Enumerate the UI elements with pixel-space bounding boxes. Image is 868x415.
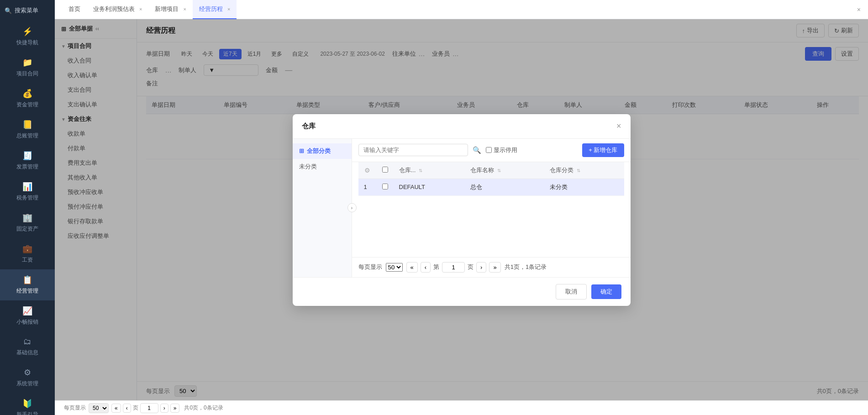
- search-icon: 🔍: [5, 7, 12, 14]
- modal-footer: 取消 确定: [293, 277, 631, 306]
- modal-last-page-btn[interactable]: »: [489, 262, 500, 273]
- tab-close-new-project[interactable]: ×: [183, 6, 186, 12]
- modal-table-row[interactable]: 1 DEFAULT 总仓 未分类: [358, 179, 624, 195]
- show-disabled-label: 显示停用: [494, 146, 517, 154]
- th-checkbox: [377, 162, 394, 179]
- th-gear: ⚙: [358, 162, 377, 179]
- modal-sidebar: ⊞ 全部分类 未分类: [293, 139, 352, 277]
- sidebar-item-base-info[interactable]: 🗂基础信息: [0, 331, 55, 362]
- th-code-label: 仓库...: [399, 167, 416, 173]
- warehouse-modal: 仓库 × ⊞ 全部分类 未分类: [293, 114, 631, 306]
- modal-collapse-btn[interactable]: ›: [347, 203, 357, 212]
- sidebar-label-payroll: 工资: [22, 256, 33, 264]
- status-next-btn[interactable]: ›: [160, 404, 168, 413]
- sidebar-label-quick-nav: 快捷导航: [16, 39, 38, 47]
- tab-profit-estimate[interactable]: 业务利润预估表×: [87, 0, 148, 19]
- sidebar-icon-payroll: 💼: [22, 244, 32, 254]
- sidebar-item-fund-mgmt[interactable]: 💰资金管理: [0, 83, 55, 114]
- sidebar-label-general-ledger: 总账管理: [16, 132, 38, 140]
- th-name-label: 仓库名称: [470, 167, 494, 173]
- add-warehouse-button[interactable]: + 新增仓库: [582, 143, 624, 157]
- sort-name-icon[interactable]: ⇅: [497, 168, 501, 173]
- modal-per-page-select[interactable]: 50: [386, 263, 403, 272]
- sidebar-item-general-ledger[interactable]: 📒总账管理: [0, 114, 55, 145]
- modal-search-input[interactable]: [358, 144, 468, 156]
- th-category: 仓库分类 ⇅: [544, 162, 624, 179]
- tab-label-new-project: 新增项目: [155, 5, 179, 13]
- status-per-page-select[interactable]: 50: [89, 403, 109, 413]
- tab-label-profit-estimate: 业务利润预估表: [93, 5, 135, 13]
- sidebar-icon-project-contract: 📁: [22, 58, 32, 68]
- tab-home[interactable]: 首页: [62, 0, 87, 19]
- sidebar-label-fixed-assets: 固定资产: [16, 225, 38, 233]
- modal-bottom: 每页显示 50 « ‹ 第 页 › »: [352, 257, 631, 277]
- sidebar-label-tax-mgmt: 税务管理: [16, 194, 38, 202]
- sort-code-icon[interactable]: ⇅: [419, 168, 422, 173]
- tab-new-project[interactable]: 新增项目×: [148, 0, 192, 19]
- sidebar-search[interactable]: 🔍 搜索菜单: [0, 0, 55, 21]
- row-num: 1: [358, 179, 377, 195]
- sidebar-item-project-contract[interactable]: 📁项目合同: [0, 52, 55, 83]
- sidebar-label-base-info: 基础信息: [16, 349, 38, 357]
- sidebar-item-tax-mgmt[interactable]: 📊税务管理: [0, 176, 55, 207]
- modal-close-button[interactable]: ×: [616, 121, 621, 131]
- modal-search-button[interactable]: 🔍: [473, 146, 481, 154]
- modal-prev-page-btn[interactable]: ‹: [421, 262, 431, 273]
- sidebar-item-payroll[interactable]: 💼工资: [0, 238, 55, 269]
- sidebar-item-ops-mgmt[interactable]: 📋经营管理: [0, 269, 55, 300]
- row-checkbox[interactable]: [382, 184, 388, 189]
- sidebar-item-fixed-assets[interactable]: 🏢固定资产: [0, 207, 55, 238]
- status-page-input[interactable]: [140, 403, 158, 413]
- sidebar-item-sales[interactable]: 📈小畅报销: [0, 300, 55, 331]
- modal-page-label: 第: [433, 263, 439, 271]
- sidebar-item-quick-nav[interactable]: ⚡快捷导航: [0, 21, 55, 52]
- modal-body: ⊞ 全部分类 未分类 ›: [293, 139, 631, 277]
- tab-close-all-icon[interactable]: ×: [857, 6, 861, 13]
- modal-per-page-label: 每页显示: [358, 263, 382, 271]
- sidebar-icon-base-info: 🗂: [23, 337, 32, 347]
- modal-sidebar-scroll: 未分类: [293, 159, 352, 174]
- status-bar: 每页显示 50 « ‹ 页 › » 共0页，0条记录: [55, 400, 868, 415]
- sidebar-item-new-guide[interactable]: 🔰新手引导: [0, 393, 55, 415]
- tab-close-profit-estimate[interactable]: ×: [139, 6, 142, 12]
- modal-confirm-button[interactable]: 确定: [591, 284, 621, 299]
- status-first-btn[interactable]: «: [111, 404, 121, 413]
- modal-next-page-btn[interactable]: ›: [476, 262, 486, 273]
- status-prev-btn[interactable]: ‹: [123, 404, 131, 413]
- row-checkbox-cell: [377, 179, 394, 195]
- sidebar-label-new-guide: 新手引导: [16, 411, 38, 415]
- sidebar-icon-fixed-assets: 🏢: [22, 213, 32, 223]
- sort-category-icon[interactable]: ⇅: [577, 168, 580, 173]
- modal-cancel-button[interactable]: 取消: [556, 284, 587, 299]
- sidebar-item-invoice-mgmt[interactable]: 🧾发票管理: [0, 145, 55, 176]
- gear-col-icon[interactable]: ⚙: [364, 167, 370, 174]
- modal-page-unit: 页: [468, 263, 473, 271]
- sidebar-icon-tax-mgmt: 📊: [22, 182, 32, 192]
- content-area: ⊞ 全部单据 ‹‹ ▼项目合同收入合同收入确认单支出合同支出确认单▼资金往来收款…: [55, 19, 868, 400]
- tab-close-ops-history[interactable]: ×: [227, 6, 230, 12]
- row-name: 总仓: [465, 179, 544, 195]
- sidebar-item-sys-mgmt[interactable]: ⚙系统管理: [0, 362, 55, 393]
- tab-ops-history[interactable]: 经营历程×: [193, 0, 237, 19]
- modal-first-page-btn[interactable]: «: [406, 262, 418, 273]
- sidebar-label-fund-mgmt: 资金管理: [16, 101, 38, 109]
- status-last-btn[interactable]: »: [170, 404, 180, 413]
- sidebar-label-ops-mgmt: 经营管理: [16, 287, 38, 295]
- sidebar-label-sys-mgmt: 系统管理: [16, 380, 38, 388]
- modal-toolbar: 🔍 显示停用 + 新增仓库: [352, 139, 631, 162]
- modal-sidebar-unclassified[interactable]: 未分类: [293, 159, 352, 174]
- show-disabled-checkbox[interactable]: [486, 147, 492, 153]
- modal-sidebar-all[interactable]: ⊞ 全部分类: [293, 143, 352, 159]
- show-disabled-checkbox-label[interactable]: 显示停用: [486, 146, 517, 154]
- select-all-checkbox[interactable]: [382, 167, 388, 173]
- modal-table-area: ⚙ 仓库... ⇅ 仓库名称 ⇅: [352, 162, 631, 257]
- sidebar-icon-sys-mgmt: ⚙: [24, 368, 31, 378]
- modal-page-input[interactable]: [442, 262, 465, 273]
- grid-icon-modal: ⊞: [299, 147, 304, 154]
- row-code: DEFAULT: [394, 179, 465, 195]
- sidebar-icon-invoice-mgmt: 🧾: [22, 151, 32, 161]
- unclassified-label-text: 未分类: [299, 163, 317, 171]
- sidebar-icon-general-ledger: 📒: [22, 120, 32, 130]
- modal-page-total: 共1页，1条记录: [505, 263, 547, 271]
- sidebar-label-invoice-mgmt: 发票管理: [16, 163, 38, 171]
